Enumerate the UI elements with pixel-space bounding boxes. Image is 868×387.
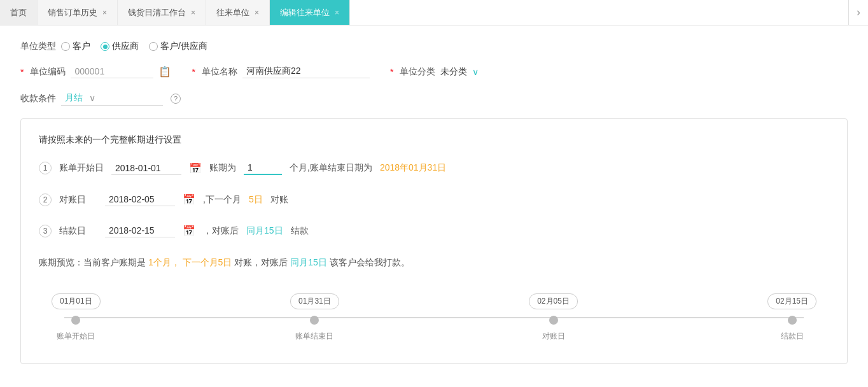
main-content: 单位类型 客户 供应商 客户/供应商 * 单位编码 [0, 25, 868, 387]
unit-code-calendar-icon[interactable]: 📋 [158, 66, 171, 78]
timeline-node-0: 01月01日 账单开始日 [52, 293, 101, 342]
unit-code-label: 单位编码 [30, 66, 66, 78]
tab-cash-workbench-label: 钱货日清工作台 [128, 7, 186, 18]
tab-more-arrow[interactable]: › [848, 0, 868, 25]
unit-category-value: 未分类 [440, 66, 467, 78]
preview-suffix: 该客户会给我打款。 [330, 257, 410, 267]
unit-type-field: 单位类型 客户 供应商 客户/供应商 [20, 41, 207, 52]
payment-condition-row: 收款条件 月结 ∨ ? [20, 91, 848, 106]
radio-customer[interactable]: 客户 [61, 41, 90, 52]
preview-part1: 1个月， [148, 257, 180, 267]
period-input[interactable] [244, 161, 282, 175]
date-input-1[interactable] [111, 162, 181, 175]
radio-customer-circle [61, 42, 70, 51]
tab-cash-workbench-close[interactable]: × [191, 8, 195, 17]
payment-condition-field: 收款条件 月结 ∨ ? [20, 91, 181, 106]
setting-number-3: 3 [39, 225, 52, 237]
timeline-node-2: 02月05日 对账日 [529, 293, 578, 342]
calendar-icon-3[interactable]: 📅 [183, 225, 195, 237]
tab-home-label: 首页 [10, 7, 27, 18]
unit-code-input[interactable] [71, 65, 153, 78]
unit-category-dropdown-arrow[interactable]: ∨ [472, 67, 479, 77]
calendar-icon-1[interactable]: 📅 [189, 162, 202, 174]
row3-suffix-highlight: 同月15日 [246, 225, 283, 237]
setting-number-1: 1 [39, 162, 52, 174]
radio-customer-label: 客户 [73, 41, 90, 52]
preview-part3: 同月15日 [290, 257, 327, 267]
timeline-dot-3 [788, 316, 797, 325]
unit-category-field: * 单位分类 未分类 ∨ [390, 66, 555, 78]
timeline-label-1: 账单结束日 [295, 331, 333, 342]
radio-supplier-label: 供应商 [112, 41, 139, 52]
payment-condition-label: 收款条件 [20, 93, 56, 104]
unit-info-row: * 单位编码 📋 * 单位名称 * 单位分类 未分类 ∨ [20, 65, 848, 78]
unit-category-wrapper: 未分类 ∨ [440, 66, 555, 78]
payment-help-icon[interactable]: ? [171, 94, 181, 104]
tab-counterparty-label: 往来单位 [216, 7, 249, 18]
tab-sales-history-label: 销售订单历史 [48, 7, 97, 18]
timeline-dot-2 [549, 316, 558, 325]
timeline-dot-1 [310, 316, 319, 325]
unit-category-label: 单位分类 [400, 66, 435, 78]
timeline-label-3: 结款日 [781, 331, 804, 342]
tab-edit-counterparty[interactable]: 编辑往来单位 × [270, 0, 350, 25]
period-suffix-1: 个月,账单结束日期为 [290, 162, 372, 174]
settings-title: 请按照未来的一个完整帐期进行设置 [39, 134, 829, 146]
date-input-2[interactable] [105, 193, 175, 206]
row3-suffix-after: 结款 [291, 225, 309, 237]
setting-row-3: 3 结款日 📅 ，对账后 同月15日 结款 [39, 224, 829, 237]
setting-row-2: 2 对账日 📅 ,下一个月 5日 对账 [39, 193, 829, 206]
timeline-badge-0: 01月01日 [52, 293, 101, 309]
settings-box: 请按照未来的一个完整帐期进行设置 1 账单开始日 📅 账期为 个月,账单结束日期… [20, 118, 848, 364]
timeline-nodes: 01月01日 账单开始日 01月31日 账单结束日 02月05日 对账日 02月… [52, 293, 816, 342]
tab-sales-history-close[interactable]: × [102, 8, 107, 17]
unit-type-row: 单位类型 客户 供应商 客户/供应商 [20, 41, 848, 52]
unit-name-label: 单位名称 [202, 66, 237, 78]
setting-label-2: 对账日 [59, 194, 97, 206]
preview-prefix: 账期预览：当前客户账期是 [39, 257, 146, 267]
row2-suffix-before: ,下一个月 [203, 194, 241, 206]
payment-condition-value: 月结 [61, 91, 87, 105]
row3-suffix-before: ，对账后 [203, 225, 239, 237]
timeline-badge-1: 01月31日 [290, 293, 339, 309]
unit-category-required-star: * [390, 67, 393, 77]
tab-counterparty-close[interactable]: × [255, 8, 259, 17]
preview-middle: 对账，对账后 [234, 257, 288, 267]
timeline-badge-3: 02月15日 [767, 293, 816, 309]
radio-supplier-circle [101, 42, 109, 51]
row2-suffix-after: 对账 [270, 194, 288, 206]
tab-bar: 首页 销售订单历史 × 钱货日清工作台 × 往来单位 × 编辑往来单位 × › [0, 0, 868, 25]
timeline-container: 01月01日 账单开始日 01月31日 账单结束日 02月05日 对账日 02月… [39, 287, 829, 348]
tab-cash-workbench[interactable]: 钱货日清工作台 × [118, 0, 206, 25]
tab-edit-counterparty-label: 编辑往来单位 [280, 7, 330, 18]
unit-code-field: * 单位编码 📋 [20, 65, 171, 78]
tab-edit-counterparty-close[interactable]: × [335, 8, 339, 17]
unit-type-label: 单位类型 [20, 41, 56, 52]
timeline-dot-0 [71, 316, 80, 325]
timeline-node-3: 02月15日 结款日 [767, 293, 816, 342]
radio-customer-supplier-circle [149, 42, 158, 51]
setting-row-1: 1 账单开始日 📅 账期为 个月,账单结束日期为 2018年01月31日 [39, 161, 829, 175]
unit-code-required-star: * [20, 67, 24, 77]
radio-supplier[interactable]: 供应商 [101, 41, 139, 52]
calendar-icon-2[interactable]: 📅 [183, 194, 195, 206]
timeline-label-2: 对账日 [542, 331, 565, 342]
radio-customer-supplier[interactable]: 客户/供应商 [149, 41, 207, 52]
setting-number-2: 2 [39, 194, 52, 206]
period-end-date: 2018年01月31日 [380, 162, 446, 174]
payment-condition-dropdown-arrow[interactable]: ∨ [89, 93, 95, 103]
tab-home[interactable]: 首页 [0, 0, 38, 25]
row2-suffix-highlight: 5日 [249, 194, 263, 206]
radio-customer-supplier-label: 客户/供应商 [160, 41, 207, 52]
unit-name-required-star: * [192, 67, 195, 77]
unit-name-input[interactable] [242, 65, 370, 78]
tab-counterparty[interactable]: 往来单位 × [206, 0, 270, 25]
tab-sales-history[interactable]: 销售订单历史 × [38, 0, 118, 25]
period-prefix-1: 账期为 [209, 162, 236, 174]
unit-type-radio-group: 客户 供应商 客户/供应商 [61, 41, 207, 52]
setting-label-3: 结款日 [59, 225, 97, 237]
date-input-3[interactable] [105, 224, 175, 237]
payment-condition-wrapper: 月结 ∨ [61, 91, 163, 106]
preview-part2: 下一个月5日 [183, 257, 232, 267]
timeline-label-0: 账单开始日 [57, 331, 95, 342]
